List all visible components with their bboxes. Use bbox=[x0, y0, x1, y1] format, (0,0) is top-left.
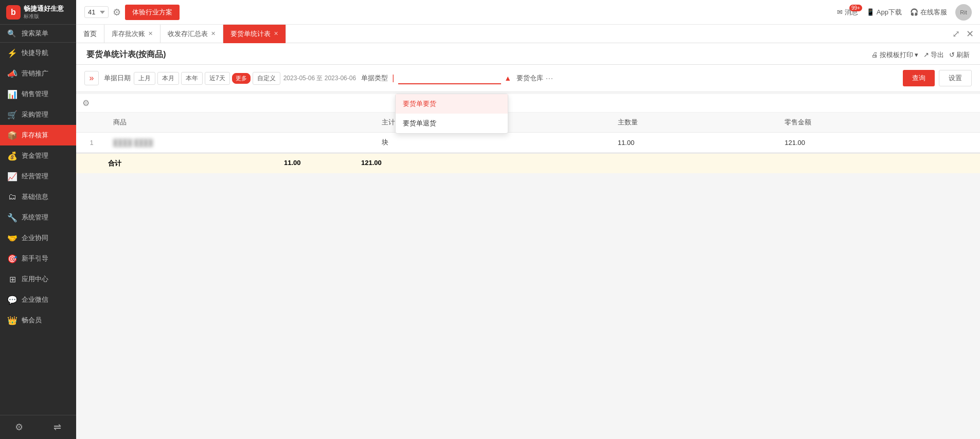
this-month-button[interactable]: 本月 bbox=[157, 72, 179, 85]
filter-bar: » 单据日期 上月 本月 本年 近7天 更多 自定义 2023-05-06 至 … bbox=[76, 65, 980, 92]
sidebar-item-ops[interactable]: 📈 经营管理 bbox=[0, 166, 76, 187]
topbar-left: 41 ⚙ 体验行业方案 bbox=[84, 5, 837, 20]
dropdown-item-requisition-return[interactable]: 要货单退货 bbox=[396, 114, 508, 133]
product-name: ████ ████ bbox=[113, 139, 153, 147]
sidebar-bottom: ⚙ ⇌ bbox=[0, 415, 76, 439]
sidebar-item-marketing[interactable]: 📣 营销推广 bbox=[0, 63, 76, 84]
sidebar-nav: ⚡ 快捷导航 📣 营销推广 📊 销售管理 🛒 采购管理 📦 库存核算 💰 资金管… bbox=[0, 43, 76, 415]
sidebar-item-label: 库存核算 bbox=[22, 131, 48, 140]
export-label: 导出 bbox=[931, 50, 944, 60]
footer-amount: 121.00 bbox=[355, 159, 417, 168]
export-icon: ↗ bbox=[923, 51, 929, 59]
online-service-link[interactable]: 🎧 在线客服 bbox=[910, 8, 947, 17]
inventory-icon: 📦 bbox=[7, 130, 17, 140]
topbar-right: ✉ 消息 99+ 📱 App下载 🎧 在线客服 Rit bbox=[837, 4, 972, 21]
message-count: 99+ bbox=[849, 5, 862, 11]
tab-receive-dispatch-close[interactable]: ✕ bbox=[211, 30, 216, 37]
cell-seq: 1 bbox=[76, 133, 107, 153]
search-icon: 🔍 bbox=[7, 29, 17, 38]
sidebar-item-quick-nav[interactable]: ⚡ 快捷导航 bbox=[0, 43, 76, 63]
footer-qty: 11.00 bbox=[278, 159, 355, 168]
query-button[interactable]: 查询 bbox=[903, 70, 935, 86]
funds-icon: 💰 bbox=[7, 151, 17, 161]
voucher-type-chevron-icon[interactable]: ▲ bbox=[504, 74, 511, 82]
purchase-icon: 🛒 bbox=[7, 109, 17, 120]
tab-home-label: 首页 bbox=[83, 29, 97, 39]
message-badge[interactable]: ✉ 消息 99+ bbox=[837, 8, 858, 17]
sidebar-search-label: 搜索菜单 bbox=[22, 29, 48, 38]
sidebar-item-label: 基础信息 bbox=[22, 192, 48, 202]
sidebar-item-label: 资金管理 bbox=[22, 151, 48, 160]
sidebar-item-system[interactable]: 🔧 系统管理 bbox=[0, 207, 76, 228]
data-table: 商品 主计量单位 主数量 零售金额 1 ████ ████ 块 11.00 bbox=[76, 113, 980, 153]
collapse-btn[interactable]: ⇌ bbox=[49, 419, 65, 435]
sidebar-item-label: 应用中心 bbox=[22, 275, 48, 284]
custom-date-button[interactable]: 自定义 bbox=[253, 72, 280, 85]
warehouse-filter-group: 要货仓库 ··· bbox=[516, 73, 553, 84]
tab-maximize-icon[interactable]: ⤢ bbox=[950, 27, 962, 41]
system-icon: 🔧 bbox=[7, 212, 17, 223]
logo-main: 畅捷通好生意 bbox=[24, 5, 64, 13]
marketing-icon: 📣 bbox=[7, 68, 17, 79]
prev-month-button[interactable]: 上月 bbox=[134, 72, 155, 85]
tab-requisition-stats-close[interactable]: ✕ bbox=[274, 30, 278, 37]
app-download-label: App下载 bbox=[877, 8, 902, 17]
col-main-qty: 主数量 bbox=[612, 113, 779, 133]
tab-receive-dispatch-label: 收发存汇总表 bbox=[168, 29, 208, 39]
logo-icon: b bbox=[6, 5, 21, 20]
sidebar-item-inventory[interactable]: 📦 库存核算 bbox=[0, 125, 76, 145]
company-select[interactable]: 41 bbox=[84, 6, 109, 18]
tab-receive-dispatch[interactable]: 收发存汇总表 ✕ bbox=[161, 25, 223, 43]
message-icon: ✉ bbox=[837, 8, 843, 16]
user-avatar[interactable]: Rit bbox=[955, 4, 972, 21]
more-date-button[interactable]: 更多 bbox=[232, 73, 251, 84]
topbar-gear-icon[interactable]: ⚙ bbox=[113, 7, 121, 18]
print-button[interactable]: 🖨 按模板打印 ▾ bbox=[871, 50, 918, 60]
warehouse-label: 要货仓库 bbox=[516, 74, 543, 83]
quick-nav-icon: ⚡ bbox=[7, 48, 17, 58]
base-info-icon: 🗂 bbox=[7, 192, 17, 202]
footer-total-label: 合计 bbox=[108, 159, 121, 167]
sidebar-item-label: 快捷导航 bbox=[22, 48, 48, 58]
sidebar-item-enterprise[interactable]: 🤝 企业协同 bbox=[0, 228, 76, 248]
refresh-button[interactable]: ↺ 刷新 bbox=[949, 50, 970, 60]
filter-expand-button[interactable]: » bbox=[84, 71, 99, 85]
page-header: 要货单统计表(按商品) 🖨 按模板打印 ▾ ↗ 导出 ↺ 刷新 bbox=[76, 43, 980, 65]
dropdown-item-requisition-order[interactable]: 要货单要货 bbox=[396, 94, 508, 114]
dropdown-item-label: 要货单要货 bbox=[403, 100, 436, 107]
this-year-button[interactable]: 本年 bbox=[181, 72, 203, 85]
tab-home[interactable]: 首页 bbox=[76, 25, 104, 43]
tab-inventory-batch-close[interactable]: ✕ bbox=[148, 30, 153, 37]
settings-bottom-btn[interactable]: ⚙ bbox=[11, 419, 27, 435]
table-settings-icon[interactable]: ⚙ bbox=[82, 98, 90, 108]
table-area: ⚙ 商品 主计量单位 主数量 零售金额 1 ████ bbox=[76, 94, 980, 153]
voucher-type-input[interactable] bbox=[398, 72, 501, 84]
enterprise-icon: 🤝 bbox=[7, 233, 17, 243]
sidebar-item-wechat[interactable]: 💬 企业微信 bbox=[0, 289, 76, 310]
tab-requisition-stats[interactable]: 要货单统计表 ✕ bbox=[223, 25, 286, 43]
sidebar-item-label: 企业微信 bbox=[22, 295, 48, 304]
date-filter-group: 单据日期 上月 本月 本年 近7天 更多 自定义 2023-05-06 至 20… bbox=[104, 72, 356, 85]
sidebar-item-funds[interactable]: 💰 资金管理 bbox=[0, 145, 76, 166]
recent7-button[interactable]: 近7天 bbox=[205, 72, 230, 85]
sidebar-item-app-center[interactable]: ⊞ 应用中心 bbox=[0, 269, 76, 289]
sidebar-item-base-info[interactable]: 🗂 基础信息 bbox=[0, 187, 76, 207]
warehouse-dots-icon[interactable]: ··· bbox=[545, 73, 553, 84]
sidebar-item-member[interactable]: 👑 畅会员 bbox=[0, 310, 76, 331]
tab-inventory-batch[interactable]: 库存批次账 ✕ bbox=[104, 25, 161, 43]
app-download-link[interactable]: 📱 App下载 bbox=[866, 8, 902, 17]
guide-icon: 🎯 bbox=[7, 253, 17, 264]
online-service-label: 在线客服 bbox=[920, 8, 947, 17]
content-area: 要货单统计表(按商品) 🖨 按模板打印 ▾ ↗ 导出 ↺ 刷新 bbox=[76, 43, 980, 439]
tab-close-all-icon[interactable]: ✕ bbox=[964, 27, 976, 41]
sidebar-search[interactable]: 🔍 搜索菜单 bbox=[0, 25, 76, 43]
export-button[interactable]: ↗ 导出 bbox=[923, 50, 944, 60]
main-area: 41 ⚙ 体验行业方案 ✉ 消息 99+ 📱 App下载 🎧 在线客服 Rit bbox=[76, 0, 980, 439]
trial-industry-button[interactable]: 体验行业方案 bbox=[125, 5, 180, 20]
sidebar-item-sales[interactable]: 📊 销售管理 bbox=[0, 84, 76, 104]
sidebar-item-guide[interactable]: 🎯 新手引导 bbox=[0, 248, 76, 269]
voucher-type-dropdown: 要货单要货 要货单退货 bbox=[395, 94, 508, 134]
cell-main-qty: 11.00 bbox=[612, 133, 779, 153]
sidebar-item-purchase[interactable]: 🛒 采购管理 bbox=[0, 104, 76, 125]
settings-button[interactable]: 设置 bbox=[939, 70, 972, 86]
